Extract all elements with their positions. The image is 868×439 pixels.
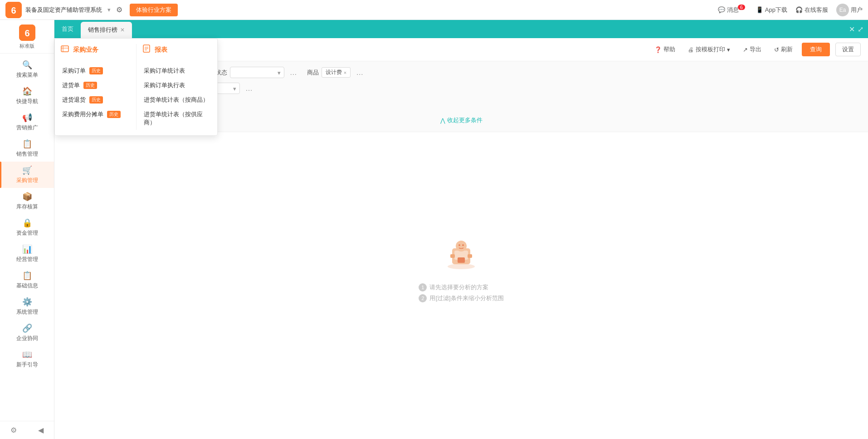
system-title: 装备及固定资产辅助管理系统 xyxy=(25,6,102,14)
empty-illustration xyxy=(439,232,484,278)
dropdown-item-po-exec[interactable]: 采购订单执行表 xyxy=(142,78,212,93)
svg-point-4 xyxy=(448,264,475,269)
industry-btn[interactable]: 体验行业方案 xyxy=(130,4,178,16)
sidebar-item-cooperation[interactable]: 🔗 企业协同 xyxy=(0,320,54,346)
tip-text-1: 请先选择要分析的方案 xyxy=(429,283,488,291)
sidebar-item-inventory[interactable]: 📦 库存核算 xyxy=(0,188,54,214)
tab-sales-rank-label: 销售排行榜 xyxy=(88,26,117,34)
goods-tag: 设计费 × xyxy=(322,67,351,78)
sidebar-item-quick-nav[interactable]: 🏠 快捷导航 xyxy=(0,83,54,109)
collapse-btn[interactable]: ⋀ 收起更多条件 xyxy=(440,116,483,124)
sidebar-settings-icon[interactable]: ⚙ xyxy=(10,426,17,434)
salesperson-more-btn[interactable]: … xyxy=(243,84,255,94)
system-dropdown-icon[interactable]: ▾ xyxy=(107,6,111,13)
purchase-dropdown-menu: 采购业务 采购订单 历史 进货单 历史 进货退货 历史 采购费用分摊单 历史 报… xyxy=(54,38,218,136)
dropdown-item-label: 采购费用分摊单 xyxy=(62,110,103,118)
tip-text-2: 用[过滤]条件来缩小分析范围 xyxy=(429,294,503,302)
cooperation-icon: 🔗 xyxy=(22,323,32,333)
collapse-icon: ⋀ xyxy=(440,117,445,124)
headset-icon: 🎧 xyxy=(795,6,803,13)
query-btn[interactable]: 查询 xyxy=(802,43,830,56)
sidebar-item-label: 企业协同 xyxy=(16,335,38,342)
sidebar-item-label: 营销推广 xyxy=(16,124,38,132)
dropdown-item-return[interactable]: 进货退货 历史 xyxy=(60,93,131,107)
status-more-btn[interactable]: … xyxy=(287,68,300,78)
empty-tip-2: 2 用[过滤]条件来缩小分析范围 xyxy=(419,294,503,302)
tab-close-icon[interactable]: ✕ xyxy=(120,27,125,33)
status-select-wrap xyxy=(230,67,284,78)
sidebar-item-search[interactable]: 🔍 搜索菜单 xyxy=(0,56,54,83)
online-service-btn[interactable]: 🎧 在线客服 xyxy=(795,6,828,14)
search-menu-icon: 🔍 xyxy=(22,60,32,70)
help-btn[interactable]: ❓ 帮助 xyxy=(651,44,679,55)
empty-state: 1 请先选择要分析的方案 2 用[过滤]条件来缩小分析范围 xyxy=(54,132,868,439)
svg-rect-11 xyxy=(450,254,455,258)
status-select[interactable] xyxy=(230,67,284,78)
tab-bar-right: ✕ ⤢ xyxy=(849,25,868,34)
sidebar-item-basic-info[interactable]: 📋 基础信息 xyxy=(0,267,54,293)
dropdown-item-po-stats[interactable]: 采购订单统计表 xyxy=(142,64,212,78)
sidebar-item-system[interactable]: ⚙️ 系统管理 xyxy=(0,293,54,320)
sidebar-item-label: 基础信息 xyxy=(16,282,38,290)
goods-more-btn[interactable]: … xyxy=(353,68,366,78)
sales-icon: 📋 xyxy=(22,139,32,149)
sidebar-item-sales[interactable]: 📋 销售管理 xyxy=(0,135,54,162)
status-filter: 单据状态 … xyxy=(204,67,300,78)
dropdown-item-label: 进货单统计表（按商品） xyxy=(144,96,209,104)
top-bar-right: 💬 消息 6 📱 App下载 🎧 在线客服 Ea 用户 xyxy=(718,4,863,16)
home-icon: 🏠 xyxy=(22,86,32,96)
app-download-btn[interactable]: 📱 App下载 xyxy=(756,6,787,14)
export-btn[interactable]: ↗ 导出 xyxy=(739,44,765,55)
dropdown-item-label: 进货退货 xyxy=(62,96,86,104)
settings-btn[interactable]: 设置 xyxy=(835,43,861,56)
settings-icon[interactable]: ⚙ xyxy=(116,5,122,14)
print-icon: 🖨 xyxy=(688,46,694,53)
bell-icon: 💬 xyxy=(718,6,725,13)
notifications-btn[interactable]: 💬 消息 6 xyxy=(718,6,748,14)
dropdown-item-incoming-goods-stats[interactable]: 进货单统计表（按商品） xyxy=(142,93,212,107)
goods-label: 商品 xyxy=(307,69,319,77)
sidebar-collapse-icon[interactable]: ◀ xyxy=(38,426,44,434)
inventory-icon: 📦 xyxy=(22,192,32,202)
sidebar-item-label: 经营管理 xyxy=(16,256,38,263)
goods-tag-close[interactable]: × xyxy=(344,70,346,75)
sidebar-item-guide[interactable]: 📖 新手引导 xyxy=(0,346,54,372)
app-logo: 6 xyxy=(5,2,22,18)
history-tag: 历史 xyxy=(83,82,97,89)
purchase-business-col: 采购业务 采购订单 历史 进货单 历史 进货退货 历史 采购费用分摊单 历史 xyxy=(55,44,136,130)
sidebar-nav: 🔍 搜索菜单 🏠 快捷导航 📢 营销推广 📋 销售管理 🛒 采购管理 📦 库存核… xyxy=(0,54,54,421)
dropdown-item-expense[interactable]: 采购费用分摊单 历史 xyxy=(60,107,131,122)
sidebar-item-purchase[interactable]: 🛒 采购管理 xyxy=(0,162,54,188)
sidebar-logo-icon: 6 xyxy=(19,25,35,41)
dropdown-item-label: 采购订单 xyxy=(62,67,86,75)
sidebar-item-finance[interactable]: 🔒 资金管理 xyxy=(0,214,54,241)
history-tag: 历史 xyxy=(89,96,103,104)
tab-expand-icon[interactable]: ⤢ xyxy=(858,25,863,34)
sidebar: 6 标准版 🔍 搜索菜单 🏠 快捷导航 📢 营销推广 📋 销售管理 🛒 采购管理… xyxy=(0,20,54,439)
dropdown-item-incoming[interactable]: 进货单 历史 xyxy=(60,78,131,93)
dropdown-item-label: 采购订单统计表 xyxy=(144,67,185,75)
svg-text:6: 6 xyxy=(24,28,29,38)
tab-close-all-icon[interactable]: ✕ xyxy=(849,25,855,34)
svg-rect-10 xyxy=(458,257,465,263)
dropdown-item-label: 进货单 xyxy=(62,81,80,89)
user-btn[interactable]: Ea 用户 xyxy=(836,4,863,16)
sidebar-item-operation[interactable]: 📊 经营管理 xyxy=(0,241,54,267)
print-btn[interactable]: 🖨 按模板打印 ▾ xyxy=(684,44,734,55)
sidebar-item-label: 新手引导 xyxy=(16,361,38,369)
export-icon: ↗ xyxy=(743,46,748,53)
sidebar-bottom: ⚙ ◀ xyxy=(0,421,54,439)
sidebar-item-marketing[interactable]: 📢 营销推广 xyxy=(0,109,54,135)
refresh-btn[interactable]: ↺ 刷新 xyxy=(770,44,796,55)
tab-home[interactable]: 首页 xyxy=(54,20,81,38)
sidebar-item-label: 库存核算 xyxy=(16,203,38,211)
tab-sales-rank[interactable]: 销售排行榜 ✕ xyxy=(81,22,132,38)
empty-tips: 1 请先选择要分析的方案 2 用[过滤]条件来缩小分析范围 xyxy=(419,283,503,302)
dropdown-item-incoming-supplier-stats[interactable]: 进货单统计表（按供应商） xyxy=(142,107,212,130)
dropdown-item-purchase-order[interactable]: 采购订单 历史 xyxy=(60,64,131,78)
report-col: 报表 采购订单统计表 采购订单执行表 进货单统计表（按商品） 进货单统计表（按供… xyxy=(136,44,218,130)
purchase-business-icon xyxy=(60,44,69,55)
goods-filter: 商品 设计费 × … xyxy=(307,67,366,78)
dropdown-item-label: 采购订单执行表 xyxy=(144,81,185,89)
dropdown-item-label: 进货单统计表（按供应商） xyxy=(144,110,210,127)
